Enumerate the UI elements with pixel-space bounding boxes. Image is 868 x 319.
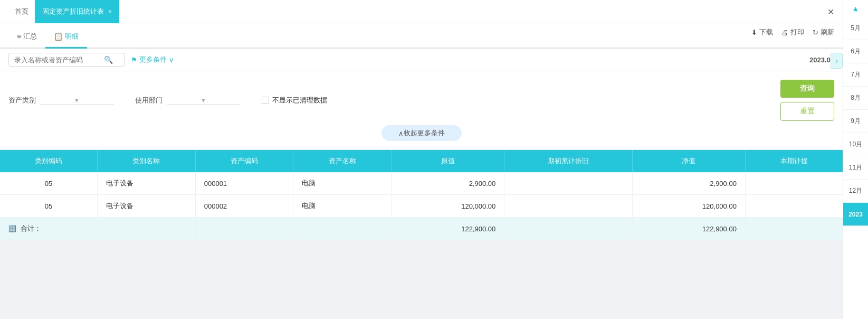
table-row: 05 电子设备 000001 电脑 2,900.00 2,900.00 xyxy=(0,172,843,195)
more-filter-label: 更多条件 xyxy=(139,55,167,64)
col-original-value: 原值 xyxy=(392,150,504,172)
cell-asset-name-1: 电脑 xyxy=(293,172,392,195)
tab-detail[interactable]: 📋 明细 xyxy=(45,25,87,49)
total-asset-name xyxy=(293,218,392,240)
refresh-button[interactable]: ↻ 刷新 xyxy=(813,27,834,37)
summary-icon: ≡ xyxy=(17,32,21,41)
right-sidebar: ▲ 5月 6月 7月 8月 9月 10月 11月 12月 2023 xyxy=(843,0,868,240)
download-label: 下载 xyxy=(759,27,773,37)
hide-cleared-label: 不显示已清理数据 xyxy=(272,96,327,105)
month-7[interactable]: 7月 xyxy=(843,63,868,87)
hide-cleared-checkbox[interactable] xyxy=(262,97,269,104)
tab-detail-label: 明细 xyxy=(65,32,79,41)
month-5[interactable]: 5月 xyxy=(843,17,868,40)
year-2023[interactable]: 2023 xyxy=(843,203,868,226)
hide-cleared-checkbox-group[interactable]: 不显示已清理数据 xyxy=(262,96,327,105)
cell-current-1 xyxy=(745,172,843,195)
cell-current-2 xyxy=(745,195,843,218)
more-filter-button[interactable]: ⚑ 更多条件 ∨ xyxy=(131,55,174,64)
download-icon: ⬇ xyxy=(751,29,757,36)
collapse-more-button[interactable]: ∧ 收起更多条件 xyxy=(381,125,462,141)
total-icon: 🔢 xyxy=(8,225,16,232)
download-button[interactable]: ⬇ 下载 xyxy=(751,27,773,37)
filter-row: 资产类别 ▼ 使用部门 ▼ 不显示已清理数据 查询 重置 xyxy=(8,80,834,121)
table-wrap: 类别编码 类别名称 资产编码 资产名称 原值 期初累计折旧 净值 本期计提 05… xyxy=(0,150,843,240)
detail-icon: 📋 xyxy=(54,32,63,41)
chevron-down-icon: ∨ xyxy=(169,56,174,64)
cell-accumulated-1 xyxy=(504,172,632,195)
search-bar: 🔍 ⚑ 更多条件 ∨ 2023.01 › xyxy=(0,49,843,71)
month-11[interactable]: 11月 xyxy=(843,156,868,180)
top-nav: 首页 固定资产折旧统计表 × ✕ xyxy=(0,0,843,23)
table-row: 05 电子设备 000002 电脑 120,000.00 120,000.00 xyxy=(0,195,843,218)
print-button[interactable]: 🖨 打印 xyxy=(781,27,804,37)
cell-original-2: 120,000.00 xyxy=(392,195,504,218)
print-icon: 🖨 xyxy=(781,29,788,36)
dept-group: 使用部门 ▼ xyxy=(135,96,241,105)
col-asset-code: 资产编码 xyxy=(195,150,293,172)
reset-button[interactable]: 重置 xyxy=(780,102,834,121)
toolbar: ⬇ 下载 🖨 打印 ↻ 刷新 xyxy=(751,27,834,37)
cell-asset-name-2: 电脑 xyxy=(293,195,392,218)
total-asset-code xyxy=(195,218,293,240)
col-accumulated-depreciation: 期初累计折旧 xyxy=(504,150,632,172)
total-current xyxy=(745,218,843,240)
chevron-up-icon: ∧ xyxy=(398,129,404,137)
nav-tab-close[interactable]: × xyxy=(108,8,112,15)
tab-summary[interactable]: ≡ 汇总 xyxy=(8,25,45,49)
collapse-more-label: 收起更多条件 xyxy=(404,128,445,138)
cell-code-1: 05 xyxy=(0,172,98,195)
total-accumulated xyxy=(504,218,632,240)
total-net: 122,900.00 xyxy=(632,218,745,240)
cell-asset-code-2: 000002 xyxy=(195,195,293,218)
cell-original-1: 2,900.00 xyxy=(392,172,504,195)
cell-code-2: 05 xyxy=(0,195,98,218)
search-icon: 🔍 xyxy=(104,55,113,64)
cell-name-2: 电子设备 xyxy=(98,195,196,218)
dept-select[interactable]: ▼ xyxy=(167,96,241,105)
col-category-code: 类别编码 xyxy=(0,150,98,172)
month-6[interactable]: 6月 xyxy=(843,40,868,63)
refresh-label: 刷新 xyxy=(821,27,834,37)
cell-accumulated-2 xyxy=(504,195,632,218)
search-input-wrap[interactable]: 🔍 xyxy=(8,53,125,67)
sidebar-up-arrow[interactable]: ▲ xyxy=(843,0,868,17)
total-label: 合计： xyxy=(21,224,41,232)
month-9[interactable]: 9月 xyxy=(843,110,868,133)
cell-net-1: 2,900.00 xyxy=(632,172,745,195)
cell-net-2: 120,000.00 xyxy=(632,195,745,218)
tab-summary-label: 汇总 xyxy=(23,32,37,41)
filter-icon: ⚑ xyxy=(131,56,137,64)
nav-tab-label: 固定资产折旧统计表 xyxy=(42,7,104,16)
nav-tab-fixed-assets[interactable]: 固定资产折旧统计表 × xyxy=(35,0,119,23)
dept-label: 使用部门 xyxy=(135,96,163,105)
query-button[interactable]: 查询 xyxy=(780,80,834,98)
total-label-cell: 🔢 合计： xyxy=(0,218,195,240)
asset-type-select[interactable]: ▼ xyxy=(40,96,114,105)
search-input[interactable] xyxy=(14,56,104,64)
col-net-value: 净值 xyxy=(632,150,745,172)
col-category-name: 类别名称 xyxy=(98,150,196,172)
dept-arrow: ▼ xyxy=(201,97,206,104)
cell-name-1: 电子设备 xyxy=(98,172,196,195)
nav-home[interactable]: 首页 xyxy=(8,7,35,16)
cell-asset-code-1: 000001 xyxy=(195,172,293,195)
col-current-depreciation: 本期计提 xyxy=(745,150,843,172)
sidebar-collapse-button[interactable]: › xyxy=(831,53,843,69)
print-label: 打印 xyxy=(790,27,804,37)
total-row: 🔢 合计： 122,900.00 122,900.00 xyxy=(0,218,843,240)
asset-type-arrow: ▼ xyxy=(74,97,80,104)
col-asset-name: 资产名称 xyxy=(293,150,392,172)
filter-actions: 查询 重置 xyxy=(780,80,834,121)
total-original: 122,900.00 xyxy=(392,218,504,240)
filter-area: 资产类别 ▼ 使用部门 ▼ 不显示已清理数据 查询 重置 xyxy=(0,71,843,150)
table-header-row: 类别编码 类别名称 资产编码 资产名称 原值 期初累计折旧 净值 本期计提 xyxy=(0,150,843,172)
month-8[interactable]: 8月 xyxy=(843,87,868,110)
month-10[interactable]: 10月 xyxy=(843,133,868,156)
asset-type-label: 资产类别 xyxy=(8,96,36,105)
refresh-icon: ↻ xyxy=(813,29,818,36)
asset-type-group: 资产类别 ▼ xyxy=(8,96,114,105)
window-close-button[interactable]: ✕ xyxy=(827,6,834,16)
tab-row: ≡ 汇总 📋 明细 ⬇ 下载 🖨 打印 ↻ 刷新 xyxy=(0,23,843,49)
month-12[interactable]: 12月 xyxy=(843,180,868,203)
